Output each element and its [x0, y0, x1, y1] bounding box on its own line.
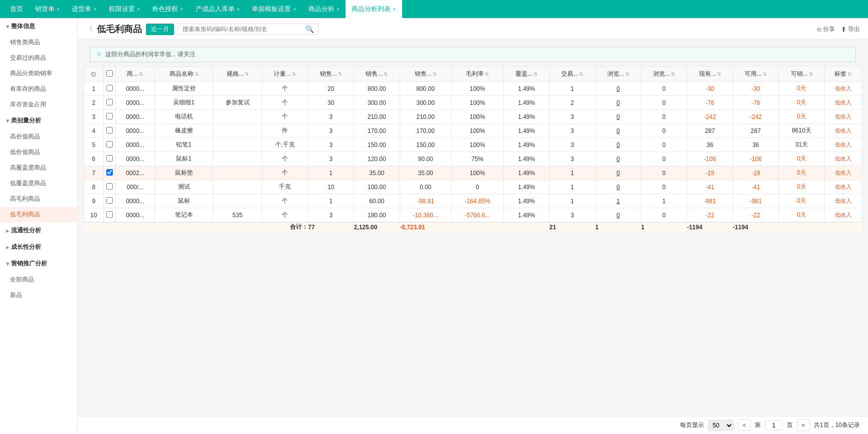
close-permissions-icon[interactable]: ×	[137, 6, 140, 12]
close-purchase-icon[interactable]: ×	[93, 6, 96, 12]
sidebar-group-growth[interactable]: ▸ 成长性分析	[0, 239, 77, 255]
sort-sq-icon[interactable]: ⇅	[338, 71, 342, 77]
close-analysis-icon[interactable]: ×	[336, 6, 339, 12]
row-checkbox-cell[interactable]	[103, 96, 115, 110]
row-checkbox[interactable]	[106, 155, 113, 162]
close-products-icon[interactable]: ×	[237, 6, 240, 12]
sidebar-group-category[interactable]: ▾ 类别量分析	[0, 112, 77, 129]
sidebar-item-capital[interactable]: 库存资金占用	[0, 97, 77, 112]
sort-cov-icon[interactable]: ⇅	[534, 71, 538, 77]
close-sales-icon[interactable]: ×	[57, 6, 60, 12]
page-size-select[interactable]: 50 20 100	[708, 420, 734, 431]
sidebar-item-new-goods[interactable]: 新品	[0, 287, 77, 303]
sidebar-item-traded-goods[interactable]: 交易过的商品	[0, 50, 77, 66]
sidebar-item-high-margin[interactable]: 高毛利商品	[0, 191, 77, 207]
gear-icon[interactable]: ⚙	[90, 70, 97, 78]
close-analysis-list-icon[interactable]: ×	[393, 6, 396, 12]
sort-tag-icon[interactable]: ⇅	[847, 71, 851, 77]
col-spec[interactable]: 规格...⇅	[213, 67, 262, 82]
row-checkbox[interactable]	[106, 85, 113, 91]
sidebar-item-high-coverage[interactable]: 高覆盖度商品	[0, 160, 77, 176]
sort-sl-icon[interactable]: ⇅	[809, 71, 813, 77]
filter-button[interactable]: 近一月	[146, 24, 174, 35]
close-roles-icon[interactable]: ×	[180, 6, 183, 12]
nav-products[interactable]: 产成品入库单 ×	[190, 0, 246, 18]
col-gross-margin[interactable]: 毛利率⇅	[451, 67, 503, 82]
sort-b2-icon[interactable]: ⇅	[671, 71, 675, 77]
page-input[interactable]	[765, 420, 783, 430]
sidebar-item-low-value[interactable]: 低价值商品	[0, 144, 77, 160]
share-button[interactable]: ⎋ 分享	[817, 25, 835, 34]
row-checkbox[interactable]	[106, 183, 113, 190]
sidebar-item-category-rate[interactable]: 商品分类助销率	[0, 66, 77, 81]
col-browse2[interactable]: 浏览...⇅	[641, 67, 686, 82]
row-checkbox-cell[interactable]	[103, 152, 115, 166]
sort-sp-icon[interactable]: ⇅	[384, 71, 388, 77]
row-checkbox[interactable]	[106, 127, 113, 133]
col-sales-price[interactable]: 销售...⇅	[354, 67, 400, 82]
close-templates-icon[interactable]: ×	[293, 6, 296, 12]
row-checkbox-cell[interactable]	[103, 124, 115, 138]
nav-purchase[interactable]: 进货单 ×	[66, 0, 102, 18]
row-browse1[interactable]: 0	[595, 208, 641, 223]
row-checkbox-cell[interactable]	[103, 180, 115, 194]
sort-unit-icon[interactable]: ⇅	[292, 71, 296, 77]
nav-templates[interactable]: 单据模板设置 ×	[246, 0, 302, 18]
row-checkbox-cell[interactable]	[103, 82, 115, 96]
search-input[interactable]	[183, 26, 305, 33]
sort-b1-icon[interactable]: ⇅	[625, 71, 629, 77]
row-checkbox-cell[interactable]	[103, 166, 115, 180]
col-gear[interactable]: ⚙	[84, 67, 104, 82]
nav-analysis[interactable]: 商品分析 ×	[302, 0, 345, 18]
col-browse1[interactable]: 浏览...⇅	[595, 67, 641, 82]
sort-sa-icon[interactable]: ⇅	[433, 71, 437, 77]
next-page-button[interactable]: ＞	[797, 419, 810, 431]
row-checkbox[interactable]	[106, 169, 113, 176]
sort-st-icon[interactable]: ⇅	[717, 71, 721, 77]
row-checkbox[interactable]	[106, 141, 113, 148]
row-browse1[interactable]: 0	[595, 152, 641, 166]
sidebar-item-high-value[interactable]: 高价值商品	[0, 129, 77, 144]
col-saleable[interactable]: 可销...⇅	[779, 67, 824, 82]
sidebar-group-marketing[interactable]: ▾ 营销推广分析	[0, 255, 77, 272]
row-checkbox[interactable]	[106, 211, 113, 218]
col-checkbox[interactable]	[103, 67, 115, 82]
row-checkbox-cell[interactable]	[103, 194, 115, 208]
row-checkbox[interactable]	[106, 113, 113, 119]
col-code[interactable]: 商...⇅	[115, 67, 155, 82]
row-checkbox-cell[interactable]	[103, 208, 115, 223]
sidebar-group-flow[interactable]: ▸ 流通性分析	[0, 222, 77, 239]
sort-tq-icon[interactable]: ⇅	[579, 71, 583, 77]
col-sales-amount[interactable]: 销售...⇅	[400, 67, 451, 82]
col-trade-qty[interactable]: 交易...⇅	[550, 67, 595, 82]
nav-sales[interactable]: 销货单 ×	[29, 0, 66, 18]
search-icon[interactable]: 🔍	[305, 25, 314, 33]
sidebar-item-low-margin[interactable]: 低毛利商品	[0, 207, 77, 222]
col-coverage[interactable]: 覆盖...⇅	[503, 67, 549, 82]
select-all-checkbox[interactable]	[106, 70, 113, 77]
sort-av-icon[interactable]: ⇅	[763, 71, 767, 77]
col-tag[interactable]: 标签⇅	[824, 67, 861, 82]
row-checkbox[interactable]	[106, 99, 113, 105]
col-sales-qty[interactable]: 销售...⇅	[308, 67, 354, 82]
prev-page-button[interactable]: ＜	[738, 419, 751, 431]
table-container[interactable]: ⚙ 商...⇅ 商品名称⇅ 规格...⇅ 计量...⇅ 销售...⇅ 销售...…	[78, 62, 868, 416]
sidebar-item-low-coverage[interactable]: 低覆盖度商品	[0, 176, 77, 191]
row-browse1[interactable]: 0	[595, 166, 641, 180]
nav-analysis-list[interactable]: 商品分析列表 ×	[345, 0, 402, 18]
sort-code-icon[interactable]: ⇅	[139, 71, 143, 77]
nav-permissions[interactable]: 权限设置 ×	[103, 0, 146, 18]
col-unit[interactable]: 计量...⇅	[262, 67, 308, 82]
row-checkbox-cell[interactable]	[103, 138, 115, 152]
sidebar-item-sales-goods[interactable]: 销售类商品	[0, 35, 77, 50]
row-browse1[interactable]: 0	[595, 110, 641, 124]
sort-gm-icon[interactable]: ⇅	[485, 71, 489, 77]
collapse-sidebar-icon[interactable]: 《	[86, 25, 93, 34]
sort-name-icon[interactable]: ⇅	[195, 71, 199, 77]
export-button[interactable]: ⬆ 导出	[841, 25, 860, 34]
row-browse1[interactable]: 0	[595, 96, 641, 110]
nav-home[interactable]: 首页	[4, 0, 29, 18]
row-browse1[interactable]: 0	[595, 138, 641, 152]
row-browse1[interactable]: 0	[595, 82, 641, 96]
sidebar-group-overall[interactable]: ▾ 整体信息	[0, 18, 77, 35]
